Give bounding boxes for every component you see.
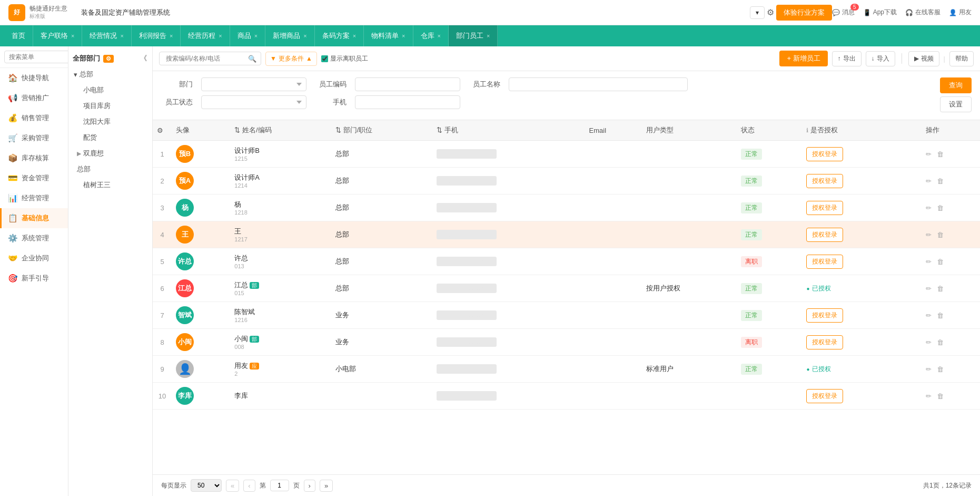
- auth-login-btn[interactable]: 授权登录: [806, 201, 843, 215]
- tab-close-icon[interactable]: ×: [438, 33, 441, 39]
- last-page-btn[interactable]: »: [320, 480, 333, 492]
- sidebar-item-quick-nav[interactable]: 🏠 快捷导航: [0, 68, 68, 88]
- delete-icon[interactable]: 🗑: [937, 365, 944, 373]
- emp-status-filter-select[interactable]: [201, 95, 306, 109]
- tab-close-icon[interactable]: ×: [303, 33, 306, 39]
- delete-icon[interactable]: 🗑: [937, 392, 944, 400]
- nav-tab-首页[interactable]: 首页: [4, 25, 33, 46]
- col-dept[interactable]: ⇅ 部门/职位: [331, 120, 432, 141]
- nav-tab-部门员工[interactable]: 部门员工 ×: [449, 25, 498, 46]
- sidebar-item-system[interactable]: ⚙️ 系统管理: [0, 228, 68, 248]
- sidebar-item-inventory[interactable]: 📦 库存核算: [0, 148, 68, 168]
- row-auth[interactable]: 授权登录: [802, 194, 903, 221]
- sidebar-search-input[interactable]: [4, 51, 68, 63]
- sidebar-item-collab[interactable]: 🤝 企业协同: [0, 248, 68, 268]
- row-auth[interactable]: 授权登录: [802, 248, 903, 275]
- sidebar-item-basic-info[interactable]: 📋 基础信息: [0, 208, 68, 228]
- show-resigned-checkbox[interactable]: [321, 55, 328, 62]
- edit-icon[interactable]: ✏: [926, 150, 932, 158]
- tab-close-icon[interactable]: ×: [353, 33, 356, 39]
- tab-close-icon[interactable]: ×: [170, 33, 173, 39]
- edit-icon[interactable]: ✏: [926, 285, 932, 293]
- tab-close-icon[interactable]: ×: [219, 33, 222, 39]
- user-button[interactable]: 👤 用友: [949, 8, 972, 17]
- video-button[interactable]: ▶ 视频: [908, 51, 939, 66]
- nav-tab-条码方案[interactable]: 条码方案 ×: [315, 25, 364, 46]
- delete-icon[interactable]: 🗑: [937, 231, 944, 239]
- sidebar-item-guide[interactable]: 🎯 新手引导: [0, 268, 68, 288]
- dept-collapse-icon[interactable]: 《: [140, 54, 147, 63]
- row-auth[interactable]: 授权登录: [802, 329, 903, 356]
- dept-filter-select[interactable]: [201, 77, 306, 91]
- nav-tab-客户联络[interactable]: 客户联络 ×: [33, 25, 82, 46]
- delete-icon[interactable]: 🗑: [937, 204, 944, 212]
- auth-login-btn[interactable]: 授权登录: [806, 255, 843, 269]
- delete-icon[interactable]: 🗑: [937, 177, 944, 185]
- nav-tab-物料清单[interactable]: 物料清单 ×: [364, 25, 413, 46]
- delete-icon[interactable]: 🗑: [937, 285, 944, 293]
- nav-tab-经营历程[interactable]: 经营历程 ×: [181, 25, 230, 46]
- sidebar-item-purchase[interactable]: 🛒 采购管理: [0, 128, 68, 148]
- tab-close-icon[interactable]: ×: [254, 33, 258, 39]
- page-input[interactable]: [270, 480, 289, 491]
- sidebar-item-sales[interactable]: 💰 销售管理: [0, 108, 68, 128]
- search-input[interactable]: [164, 52, 248, 65]
- tab-close-icon[interactable]: ×: [402, 33, 405, 39]
- auth-login-btn[interactable]: 授权登录: [806, 308, 843, 323]
- first-page-btn[interactable]: «: [226, 480, 239, 492]
- auth-login-btn[interactable]: 授权登录: [806, 335, 843, 349]
- auth-login-btn[interactable]: 授权登录: [806, 228, 843, 242]
- row-auth[interactable]: 授权登录: [802, 141, 903, 168]
- delete-icon[interactable]: 🗑: [937, 312, 944, 319]
- edit-icon[interactable]: ✏: [926, 392, 932, 400]
- delete-icon[interactable]: 🗑: [937, 258, 944, 266]
- row-auth[interactable]: 授权登录: [802, 221, 903, 248]
- dept-item-shuanglu[interactable]: ▶ 双鹿想: [68, 145, 152, 161]
- nav-tab-利润报告[interactable]: 利润报告 ×: [132, 25, 181, 46]
- edit-icon[interactable]: ✏: [926, 258, 932, 266]
- nav-tab-仓库[interactable]: 仓库 ×: [413, 25, 449, 46]
- edit-icon[interactable]: ✏: [926, 312, 932, 319]
- row-auth[interactable]: 授权登录: [802, 383, 903, 410]
- auth-login-btn[interactable]: 授权登录: [806, 174, 843, 188]
- help-button[interactable]: 帮助: [949, 51, 974, 66]
- dept-item-zhishu[interactable]: 植树王三: [68, 177, 152, 193]
- emp-code-filter-input[interactable]: [355, 77, 460, 91]
- nav-tab-商品[interactable]: 商品 ×: [230, 25, 265, 46]
- dept-item-peihuo[interactable]: 配货: [68, 130, 152, 145]
- edit-icon[interactable]: ✏: [926, 231, 932, 239]
- trial-button[interactable]: 体验行业方案: [776, 5, 832, 21]
- edit-icon[interactable]: ✏: [926, 365, 932, 373]
- row-auth[interactable]: 授权登录: [802, 302, 903, 329]
- col-phone[interactable]: ⇅ 手机: [432, 120, 585, 141]
- dept-group-zongbu[interactable]: ▾ 总部: [68, 66, 152, 82]
- import-button[interactable]: ↓ 导入: [866, 51, 895, 66]
- gear-button[interactable]: ⚙: [765, 5, 776, 20]
- tab-close-icon[interactable]: ×: [487, 33, 490, 39]
- tab-close-icon[interactable]: ×: [120, 33, 123, 39]
- emp-name-filter-input[interactable]: [509, 77, 688, 91]
- query-button[interactable]: 查询: [940, 77, 972, 93]
- message-button[interactable]: 💬 消息 5: [832, 8, 855, 17]
- online-service-button[interactable]: 🎧 在线客服: [905, 8, 941, 17]
- dept-item-xiaodian[interactable]: 小电部: [68, 82, 152, 98]
- sidebar-item-finance[interactable]: 💳 资金管理: [0, 168, 68, 188]
- auth-login-btn[interactable]: 授权登录: [806, 389, 843, 403]
- sidebar-item-operations[interactable]: 📊 经营管理: [0, 188, 68, 208]
- more-conditions-btn[interactable]: ▼ 更多条件 ▲: [265, 52, 317, 66]
- col-name[interactable]: ⇅ 姓名/编码: [230, 120, 331, 141]
- delete-icon[interactable]: 🗑: [937, 150, 944, 158]
- nav-tab-新增商品[interactable]: 新增商品 ×: [265, 25, 314, 46]
- edit-icon[interactable]: ✏: [926, 177, 932, 185]
- next-page-btn[interactable]: ›: [304, 480, 315, 492]
- system-dropdown-btn[interactable]: ▾: [750, 6, 765, 19]
- edit-icon[interactable]: ✏: [926, 338, 932, 346]
- prev-page-btn[interactable]: ‹: [243, 480, 255, 492]
- delete-icon[interactable]: 🗑: [937, 338, 944, 346]
- nav-tab-经营情况[interactable]: 经营情况 ×: [82, 25, 131, 46]
- dept-item-shenyang[interactable]: 沈阳大库: [68, 114, 152, 130]
- export-button[interactable]: ↑ 导出: [832, 51, 862, 66]
- auth-login-btn[interactable]: 授权登录: [806, 147, 843, 161]
- dept-item-zongbu2[interactable]: 总部: [68, 161, 152, 177]
- tab-close-icon[interactable]: ×: [71, 33, 74, 39]
